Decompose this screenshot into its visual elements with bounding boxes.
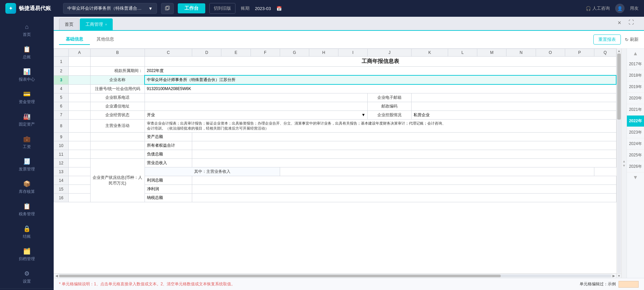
cell-12-D[interactable] — [192, 159, 616, 167]
cell-16-A[interactable] — [68, 194, 90, 202]
cell-7-B[interactable]: 企业经营状态 — [90, 111, 145, 119]
cell-10-A[interactable] — [68, 141, 90, 150]
cell-9-D[interactable] — [192, 133, 616, 141]
cell-8-C[interactable]: 审查企业会计报表；出具审计报告；验证企业资本；出具验资报告；办理企业合开、分立、… — [145, 119, 616, 133]
sidebar-item-fund[interactable]: 💳 资金管理 — [0, 86, 54, 109]
dropdown-arrow-icon[interactable]: ▼ — [361, 113, 365, 117]
cell-1-title[interactable]: 工商年报信息表 — [145, 57, 616, 67]
year-item-2020[interactable]: 2020年 — [627, 93, 644, 104]
cell-4-C[interactable]: 91320100MA208E5W6K — [145, 84, 616, 93]
sidebar-item-settings[interactable]: ⚙ 设置 — [0, 266, 54, 288]
cell-5-J[interactable]: 企业电子邮箱 — [368, 93, 412, 102]
scroll-left-arrow[interactable]: ◀ — [54, 274, 59, 278]
cell-7-K[interactable]: 私营企业 — [412, 111, 616, 119]
cell-10-B[interactable] — [90, 141, 145, 150]
sidebar-item-inventory[interactable]: 📦 库存核算 — [0, 176, 54, 199]
cell-14-D[interactable] — [192, 176, 616, 185]
cell-8-B[interactable]: 主营业务活动 — [90, 119, 145, 133]
cell-16-C[interactable]: 纳税总额 — [145, 194, 192, 202]
sidebar-item-tax[interactable]: 📋 税务管理 — [0, 199, 54, 221]
vscroll-thumb[interactable] — [617, 54, 621, 120]
cell-9-C[interactable]: 资产总额 — [145, 133, 192, 141]
cell-5-K[interactable] — [412, 93, 616, 102]
cell-11-A[interactable] — [68, 150, 90, 159]
year-item-2021[interactable]: 2021年 — [627, 104, 644, 116]
company-selector[interactable]: 中审众环会计师事务所（特殊普通合伙… ▼ — [63, 3, 157, 14]
tab-home[interactable]: 首页 — [59, 18, 79, 30]
cell-11-D[interactable] — [192, 150, 616, 159]
cell-11-C[interactable]: 负债总额 — [145, 150, 192, 159]
cell-14-C[interactable]: 利润总额 — [145, 176, 192, 185]
sidebar-item-fixed[interactable]: 🏭 固定资产 — [0, 109, 54, 131]
scroll-down-arrow[interactable]: ▼ — [617, 273, 621, 278]
year-item-2024[interactable]: 2024年 — [627, 138, 644, 150]
cell-4-B[interactable]: 注册号/统一社会信用代码 — [90, 84, 145, 93]
year-item-2022[interactable]: 2022年 — [627, 116, 644, 127]
tab-close-icon[interactable]: × — [105, 22, 107, 26]
cell-9-B[interactable] — [90, 133, 145, 141]
cell-6-J[interactable]: 邮政编码 — [368, 102, 412, 111]
scroll-up-arrow[interactable]: ▲ — [617, 49, 621, 53]
cell-15-D[interactable] — [192, 185, 616, 194]
cell-1-B[interactable] — [90, 57, 145, 67]
cell-6-K[interactable] — [412, 102, 616, 111]
cell-6-B[interactable]: 企业通信地址 — [90, 102, 145, 111]
cell-10-C[interactable]: 所有者权益合计 — [145, 141, 192, 150]
cell-15-A[interactable] — [68, 185, 90, 194]
cell-1-A[interactable] — [68, 57, 90, 67]
cell-3-B[interactable]: 企业名称 — [90, 75, 145, 84]
cell-4-A[interactable] — [68, 84, 90, 93]
service-button[interactable]: 🎧 人工咨询 — [586, 5, 610, 11]
sidebar-item-home[interactable]: ⌂ 首页 — [0, 19, 54, 42]
year-item-2018[interactable]: 2018年 — [627, 70, 644, 81]
year-item-2019[interactable]: 2019年 — [627, 81, 644, 93]
sidebar-item-salary[interactable]: 💼 工资 — [0, 131, 54, 154]
vscroll-track[interactable] — [617, 54, 621, 273]
copy-button[interactable] — [161, 3, 174, 14]
workbench-button[interactable]: 工作台 — [178, 3, 205, 13]
spreadsheet-container[interactable]: A B C D E F G H I J — [54, 49, 616, 273]
cell-13-G[interactable] — [280, 167, 594, 176]
scroll-right-arrow[interactable]: ▶ — [611, 274, 616, 278]
cell-2-B[interactable]: 税款所属期间： — [90, 67, 145, 76]
cell-13-A[interactable] — [68, 167, 90, 176]
year-item-2023[interactable]: 2023年 — [627, 127, 644, 138]
year-item-2026[interactable]: 2026年 — [627, 161, 644, 172]
cell-6-C[interactable] — [145, 102, 368, 111]
old-version-button[interactable]: 切到旧版 — [209, 3, 235, 14]
cell-12-A[interactable] — [68, 159, 90, 167]
cell-3-A[interactable] — [68, 75, 90, 84]
year-up-button[interactable]: ▲ — [627, 49, 644, 59]
cell-15-C[interactable]: 净利润 — [145, 185, 192, 194]
cell-11-B[interactable] — [90, 150, 145, 159]
sidebar-item-archive[interactable]: 🗂️ 归档管理 — [0, 243, 54, 266]
sub-tab-basic[interactable]: 基础信息 — [59, 34, 90, 45]
cell-10-D[interactable] — [192, 141, 616, 150]
vertical-scrollbar[interactable]: ▲ ▼ — [616, 49, 621, 278]
cell-2-A[interactable] — [68, 67, 90, 76]
cell-16-D[interactable] — [192, 194, 616, 202]
sidebar-item-ledger[interactable]: 📋 总账 — [0, 42, 54, 64]
year-item-2017[interactable]: 2017年 — [627, 59, 644, 70]
scroll-track[interactable] — [59, 275, 611, 277]
year-item-2025[interactable]: 2025年 — [627, 150, 644, 161]
cell-6-A[interactable] — [68, 102, 90, 111]
cell-13-C[interactable]: 其中：主营业务收入 — [145, 167, 280, 176]
cell-3-C[interactable]: 中审众环会计师事务所（特殊普通合伙）江苏分所 — [145, 75, 616, 84]
year-down-button[interactable]: ▼ — [627, 172, 644, 183]
sidebar-item-report[interactable]: 📊 报表中心 — [0, 64, 54, 86]
reset-button[interactable]: 重置报表 — [593, 34, 621, 45]
tab-bizreg[interactable]: 工商管理 × — [80, 18, 113, 30]
cell-7-C[interactable]: 开业 ▼ — [145, 111, 368, 119]
sidebar-item-close[interactable]: 🔒 结账 — [0, 221, 54, 243]
cell-9-A[interactable] — [68, 133, 90, 141]
cell-5-C[interactable] — [145, 93, 368, 102]
cell-2-C[interactable]: 2022年度 — [145, 67, 616, 76]
cell-14-A[interactable] — [68, 176, 90, 185]
user-avatar[interactable]: 👤 — [615, 4, 625, 13]
horizontal-scrollbar[interactable]: ◀ ▶ — [54, 273, 616, 278]
right-panel-collapse-button[interactable]: ▲ ▼ — [621, 49, 627, 278]
sidebar-item-invoice[interactable]: 🧾 发票管理 — [0, 154, 54, 176]
scroll-thumb[interactable] — [59, 275, 501, 277]
sub-tab-other[interactable]: 其他信息 — [90, 34, 121, 45]
